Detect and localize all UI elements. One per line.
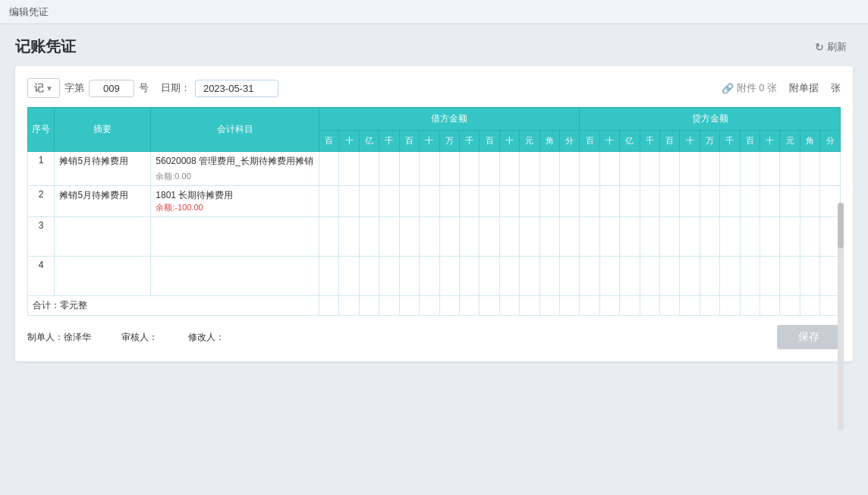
hao-label: 号 [139, 81, 149, 95]
row-2-c4[interactable] [640, 186, 659, 217]
row-1-d4[interactable] [379, 152, 399, 186]
save-button[interactable]: 保存 [777, 325, 841, 349]
row-1-d9[interactable] [480, 152, 499, 186]
row-1-d5[interactable] [399, 152, 419, 186]
row-2-c5[interactable] [659, 186, 679, 217]
table-row: 1 摊销5月待摊费用 56020008 管理费用_长期待摊费用摊销 余额:0.0… [28, 152, 841, 186]
row-2-d13[interactable] [559, 186, 579, 217]
type-dropdown[interactable]: 记 ▼ [27, 78, 60, 98]
debit-col-5: 百 [399, 131, 419, 152]
row-1-c13[interactable] [820, 152, 841, 186]
row-1-c12[interactable] [800, 152, 819, 186]
row-2-d12[interactable] [539, 186, 559, 217]
row-2-c11[interactable] [780, 186, 800, 217]
row-2-c2[interactable] [599, 186, 619, 217]
row-1-c8[interactable] [720, 152, 740, 186]
row-1-c4[interactable] [640, 152, 659, 186]
row-1-c2[interactable] [599, 152, 619, 186]
row-1-d6[interactable] [420, 152, 439, 186]
row-1-d10[interactable] [499, 152, 519, 186]
header-account: 会计科目 [151, 108, 319, 152]
row-2-d10[interactable] [499, 186, 519, 217]
row-2-summary[interactable]: 摊销5月待摊费用 [55, 186, 151, 217]
row-1-seq: 1 [28, 152, 55, 186]
row-1-c11[interactable] [780, 152, 800, 186]
row-2-d6[interactable] [420, 186, 439, 217]
row-2-c7[interactable] [700, 186, 719, 217]
row-2-d11[interactable] [520, 186, 539, 217]
row-1-d2[interactable] [339, 152, 359, 186]
row-2-c9[interactable] [740, 186, 760, 217]
row-1-d12[interactable] [539, 152, 559, 186]
row-2-c12[interactable] [800, 186, 819, 217]
total-row: 合计：零元整 [28, 296, 841, 316]
attachment-icon: 🔗 [722, 83, 734, 94]
title-bar: 编辑凭证 [0, 0, 868, 24]
row-2-c1[interactable] [580, 186, 599, 217]
row-3-summary[interactable] [55, 217, 151, 257]
credit-col-6: 十 [680, 131, 700, 152]
row-2-c10[interactable] [760, 186, 780, 217]
row-1-c7[interactable] [700, 152, 719, 186]
total-label: 合计：零元整 [28, 296, 319, 316]
row-2-d2[interactable] [339, 186, 359, 217]
row-1-d3[interactable] [359, 152, 379, 186]
row-1-c6[interactable] [680, 152, 700, 186]
row-2-account[interactable]: 1801 长期待摊费用 余额:-100.00 [151, 186, 319, 217]
row-2-c6[interactable] [680, 186, 700, 217]
row-2-c3[interactable] [620, 186, 640, 217]
row-2-d9[interactable] [480, 186, 499, 217]
row-1-summary[interactable]: 摊销5月待摊费用 [55, 152, 151, 186]
single-doc-button[interactable]: 附单据 [789, 81, 819, 95]
credit-col-3: 亿 [620, 131, 640, 152]
row-1-d1[interactable] [319, 152, 339, 186]
row-2-c8[interactable] [720, 186, 740, 217]
row-1-account[interactable]: 56020008 管理费用_长期待摊费用摊销 余额:0.00 [151, 152, 319, 186]
title-bar-text: 编辑凭证 [9, 5, 49, 19]
row-2-d7[interactable] [439, 186, 459, 217]
footer-row: 制单人：徐泽华 审核人： 修改人： 保存 [27, 325, 841, 349]
row-2-d5[interactable] [399, 186, 419, 217]
type-value: 记 [34, 81, 44, 95]
header-seq: 序号 [28, 108, 55, 152]
row-2-d3[interactable] [359, 186, 379, 217]
page-header: 记账凭证 ↻ 刷新 [15, 36, 853, 57]
scrollbar-thumb[interactable] [838, 203, 844, 248]
form-row: 记 ▼ 字第 号 日期： 🔗 附件 0 张 附单据 [27, 78, 841, 98]
debit-col-8: 千 [459, 131, 479, 152]
credit-col-13: 分 [820, 131, 841, 152]
date-input[interactable] [195, 80, 278, 97]
row-1-d11[interactable] [520, 152, 539, 186]
row-1-d8[interactable] [459, 152, 479, 186]
row-1-c3[interactable] [620, 152, 640, 186]
number-input[interactable] [89, 80, 134, 97]
row-3-account[interactable] [151, 217, 319, 257]
row-2-seq: 2 [28, 186, 55, 217]
row-1-c10[interactable] [760, 152, 780, 186]
row-1-c1[interactable] [580, 152, 599, 186]
scrollbar[interactable] [838, 203, 844, 430]
refresh-button[interactable]: ↻ 刷新 [809, 37, 853, 57]
row-1-c5[interactable] [659, 152, 679, 186]
header-summary: 摘要 [55, 108, 151, 152]
row-1-d13[interactable] [559, 152, 579, 186]
row-1-d7[interactable] [439, 152, 459, 186]
row-2-d8[interactable] [459, 186, 479, 217]
voucher-table: 序号 摘要 会计科目 借方金额 贷方金额 百 十 亿 千 百 十 万 [27, 107, 841, 316]
credit-col-8: 千 [720, 131, 740, 152]
credit-col-1: 百 [580, 131, 599, 152]
debit-col-6: 十 [420, 131, 439, 152]
row-3-seq: 3 [28, 217, 55, 257]
row-4-account[interactable] [151, 257, 319, 296]
table-row: 4 [28, 257, 841, 296]
header-credit: 贷方金额 [580, 108, 841, 131]
row-4-summary[interactable] [55, 257, 151, 296]
attachment-button[interactable]: 🔗 附件 0 张 [722, 81, 777, 95]
row-2-d1[interactable] [319, 186, 339, 217]
main-container: 记账凭证 ↻ 刷新 记 ▼ 字第 号 日期： [0, 24, 868, 495]
auditor-text: 审核人： [121, 331, 158, 344]
card-wrapper: 记 ▼ 字第 号 日期： 🔗 附件 0 张 附单据 [15, 66, 853, 361]
row-1-c9[interactable] [740, 152, 760, 186]
row-2-d4[interactable] [379, 186, 399, 217]
debit-col-13: 分 [559, 131, 579, 152]
